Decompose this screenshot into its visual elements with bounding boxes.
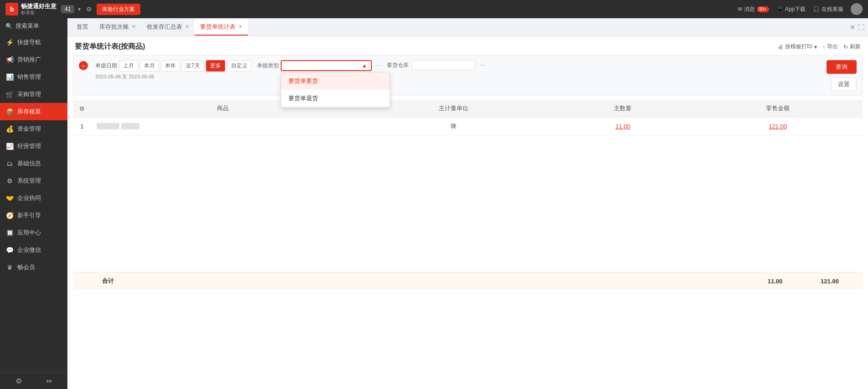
date-btn-this-year[interactable]: 本年 — [161, 60, 180, 72]
date-range-display: 2023-05-06 至 2023-06-06 — [95, 73, 252, 80]
purchase-icon: 🛒 — [5, 91, 14, 98]
type-filter-label: 单据类型 — [257, 62, 279, 70]
header-gear-icon[interactable]: ⚙ — [86, 5, 92, 13]
sidebar-item-wechat[interactable]: 💬 企业微信 — [0, 241, 67, 259]
type-filter-area: 单据类型 ▲ 要货单要货 — [257, 60, 381, 71]
date-buttons-row: 单据日期 上月 本月 本年 近7天 更多 自定义 — [95, 60, 252, 72]
dropdown-item-order-return[interactable]: 要货单退货 — [281, 90, 390, 107]
filter-more-dots-icon[interactable]: ··· — [375, 61, 381, 70]
date-filter-label: 单据日期 — [95, 62, 117, 70]
data-table-wrap: ⚙ 商品 主计量单位 主数量 零售金额 1 — [73, 100, 863, 135]
export-btn[interactable]: ↑ 导出 — [822, 43, 838, 51]
tab-bar: 首页 库存批次账 ✕ 收发存汇总表 ✕ 要货单统计表 ✕ ✕ ⛶ — [67, 18, 868, 36]
tab-receipt-summary[interactable]: 收发存汇总表 ✕ — [141, 19, 195, 36]
date-btn-7days[interactable]: 近7天 — [182, 60, 204, 72]
tab-batch-account-label: 库存批次账 — [99, 23, 129, 31]
tab-home[interactable]: 首页 — [71, 19, 94, 36]
type-select-input[interactable] — [285, 62, 358, 69]
tab-order-summary[interactable]: 要货单统计表 ✕ — [195, 19, 248, 36]
summary-label: 合计 — [97, 277, 693, 285]
date-btn-more[interactable]: 更多 — [206, 60, 225, 72]
sidebar-label-sales: 销售管理 — [17, 73, 41, 81]
empty-space — [67, 135, 868, 272]
settings-bottom-icon[interactable]: ⚙ — [15, 377, 22, 385]
sidebar-item-member[interactable]: ♛ 畅会员 — [0, 259, 67, 276]
tab-order-summary-label: 要货单统计表 — [200, 23, 236, 31]
row-amount[interactable]: 121.00 — [693, 118, 863, 135]
header-right: ✉ 消息 99+ 📱 App下载 🎧 在线客服 — [738, 3, 863, 15]
window-close-icon[interactable]: ✕ — [850, 24, 855, 31]
sidebar-item-basic-info[interactable]: 🗂 基础信息 — [0, 155, 67, 172]
filter-expand-btn[interactable]: ›› — [79, 61, 88, 70]
sidebar-search[interactable]: 🔍 搜索菜单 — [0, 18, 67, 34]
main-layout: 🔍 搜索菜单 ⚡ 快捷导航 📢 营销推广 📊 销售管理 🛒 采购管理 📦 库存核… — [0, 18, 868, 389]
filter-bar: ›› 单据日期 上月 本月 本年 近7天 更多 自定义 2023 — [73, 55, 863, 96]
row-unit: 块 — [354, 118, 552, 135]
search-icon: 🔍 — [5, 23, 13, 30]
print-template-btn[interactable]: 🖨 按模板打印 ▾ — [778, 43, 817, 51]
inventory-icon: 📦 — [5, 108, 14, 115]
summary-section: 合计 11.00 121.00 — [73, 272, 863, 290]
type-select-chevron-icon[interactable]: ▲ — [362, 62, 367, 69]
summary-amount: 121.00 — [802, 278, 857, 285]
date-btn-this-month[interactable]: 本月 — [140, 60, 159, 72]
date-btn-last-month[interactable]: 上月 — [119, 60, 138, 72]
warehouse-select-box[interactable] — [411, 60, 475, 70]
type-select-box[interactable]: ▲ — [281, 60, 372, 71]
page-title: 要货单统计表(按商品) — [75, 42, 145, 51]
tab-order-summary-close-icon[interactable]: ✕ — [238, 24, 242, 30]
settings-btn[interactable]: 设置 — [831, 77, 857, 91]
messages-label: 消息 — [744, 5, 755, 13]
header-left: b 畅捷通好生意 标准版 41 ▼ ⚙ 体验行业方案 — [5, 3, 140, 15]
tab-batch-account-close-icon[interactable]: ✕ — [132, 24, 136, 30]
sidebar-label-app-center: 应用中心 — [17, 229, 41, 237]
app-name-main: 畅捷通好生意 — [21, 3, 56, 10]
sidebar-item-finance[interactable]: 💰 资金管理 — [0, 120, 67, 138]
sidebar-item-guide[interactable]: 🧭 新手引导 — [0, 207, 67, 224]
product-cell — [97, 123, 349, 129]
search-label: 搜索菜单 — [15, 22, 39, 30]
wechat-icon: 💬 — [5, 246, 14, 254]
online-service-label: 在线客服 — [822, 5, 843, 13]
sidebar-item-app-center[interactable]: 🔲 应用中心 — [0, 224, 67, 241]
sidebar-item-purchase[interactable]: 🛒 采购管理 — [0, 86, 67, 103]
row-quantity[interactable]: 11.00 — [553, 118, 693, 135]
refresh-icon: ↻ — [843, 44, 848, 50]
collapse-bottom-icon[interactable]: ⇔ — [46, 377, 52, 385]
message-icon: ✉ — [738, 6, 742, 12]
sidebar-item-quick-nav[interactable]: ⚡ 快捷导航 — [0, 34, 67, 51]
date-btn-custom[interactable]: 自定义 — [227, 60, 252, 72]
avatar[interactable] — [851, 3, 863, 15]
tab-selector[interactable]: 41 ▼ — [61, 5, 82, 13]
industry-btn[interactable]: 体验行业方案 — [97, 4, 140, 15]
sidebar-item-operations[interactable]: 📈 经营管理 — [0, 138, 67, 155]
page-actions: 🖨 按模板打印 ▾ ↑ 导出 ↻ 刷新 — [778, 43, 861, 51]
refresh-btn[interactable]: ↻ 刷新 — [843, 43, 861, 51]
sidebar-item-marketing[interactable]: 📢 营销推广 — [0, 51, 67, 68]
query-btn[interactable]: 查询 — [827, 60, 857, 74]
print-template-label: 按模板打印 — [785, 43, 812, 51]
warehouse-more-dots-icon[interactable]: ··· — [480, 61, 486, 69]
tab-batch-account[interactable]: 库存批次账 ✕ — [94, 19, 141, 36]
online-service-action[interactable]: 🎧 在线客服 — [813, 5, 843, 13]
dropdown-item-order-purchase[interactable]: 要货单要货 — [281, 72, 390, 90]
app-download-action[interactable]: 📱 App下载 — [776, 5, 806, 13]
page-content: 要货单统计表(按商品) 🖨 按模板打印 ▾ ↑ 导出 ↻ 刷新 — [67, 36, 868, 389]
tab-dropdown-arrow-icon[interactable]: ▼ — [77, 7, 82, 12]
window-expand-icon[interactable]: ⛶ — [858, 24, 864, 31]
sidebar-item-system[interactable]: ⚙ 系统管理 — [0, 172, 67, 189]
sidebar-item-cooperation[interactable]: 🤝 企业协同 — [0, 189, 67, 207]
service-icon: 🎧 — [813, 6, 820, 12]
messages-action[interactable]: ✉ 消息 99+ — [738, 5, 769, 13]
tab-receipt-summary-close-icon[interactable]: ✕ — [185, 24, 189, 30]
table-gear-icon[interactable]: ⚙ — [79, 105, 85, 112]
cooperation-icon: 🤝 — [5, 194, 14, 202]
type-select-wrap: ▲ 要货单要货 要货单退货 — [281, 60, 372, 71]
sidebar-item-sales[interactable]: 📊 销售管理 — [0, 68, 67, 86]
sidebar-label-system: 系统管理 — [17, 177, 41, 185]
sidebar-item-inventory[interactable]: 📦 库存核算 — [0, 103, 67, 120]
sidebar-label-guide: 新手引导 — [17, 211, 41, 220]
product-placeholder-2 — [121, 123, 139, 129]
sidebar-label-purchase: 采购管理 — [17, 90, 41, 98]
print-dropdown-icon[interactable]: ▾ — [814, 44, 817, 50]
